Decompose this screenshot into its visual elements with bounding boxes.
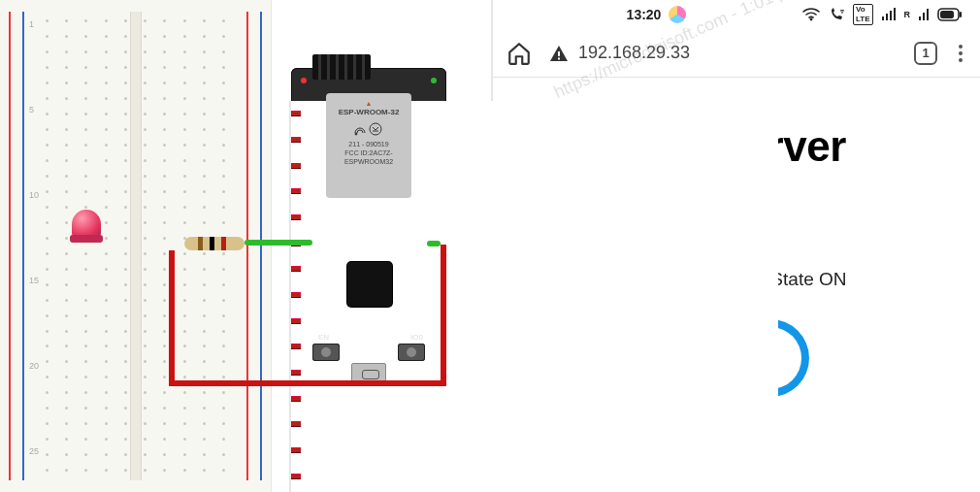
io0-button	[398, 344, 425, 361]
svg-rect-25	[940, 11, 954, 18]
svg-rect-28	[558, 57, 560, 59]
battery-icon	[937, 8, 963, 21]
status-bar: 13:20 VoLTE R	[493, 0, 980, 29]
volte-icon: VoLTE	[853, 4, 873, 24]
svg-rect-20	[894, 8, 896, 20]
board-model: ESP-WROOM-32	[332, 108, 406, 117]
en-button	[312, 344, 340, 361]
home-icon[interactable]	[506, 41, 532, 66]
ground-wire-vert	[441, 245, 446, 384]
esp32-board: ▲ ESP-WROOM-32 211 - 090519 FCC ID:2AC7Z…	[291, 68, 446, 378]
wifi-icon	[802, 8, 820, 21]
svg-rect-27	[558, 51, 560, 56]
overflow-menu-icon[interactable]	[955, 41, 966, 66]
circuit-diagram: 1 5 10 15 20 25 ▲ ESP-WROOM-32 211 - 090…	[0, 0, 491, 492]
io0-button-label: IO0	[410, 333, 423, 342]
browser-address-bar: 192.168.29.33 1	[493, 29, 980, 78]
svg-point-16	[810, 18, 813, 21]
cloud-sync-icon	[669, 6, 686, 23]
svg-rect-18	[886, 14, 888, 20]
svg-point-0	[355, 133, 357, 135]
resistor	[184, 237, 245, 250]
board-fcc: FCC ID:2AC7Z-ESPWROOM32	[344, 149, 393, 165]
signal-icon	[881, 8, 897, 21]
svg-point-1	[370, 123, 381, 135]
svg-rect-26	[960, 12, 962, 17]
url-field[interactable]: 192.168.29.33	[549, 43, 897, 63]
insecure-warning-icon	[549, 44, 569, 63]
tab-switcher[interactable]: 1	[914, 42, 937, 65]
vowifi-icon	[828, 8, 845, 21]
ground-wire-up	[169, 250, 175, 386]
ground-wire-horiz	[169, 380, 446, 386]
svg-rect-23	[927, 9, 929, 20]
tab-count-value: 1	[922, 46, 929, 60]
network-r-icon: R	[904, 10, 911, 19]
signal-wire-pin	[427, 241, 441, 246]
svg-rect-17	[882, 16, 884, 20]
url-text: 192.168.29.33	[578, 43, 690, 63]
svg-rect-19	[890, 11, 892, 20]
red-led	[72, 210, 107, 254]
esp32-shield: ▲ ESP-WROOM-32 211 - 090519 FCC ID:2AC7Z…	[326, 93, 411, 198]
signal-wire	[245, 240, 312, 246]
svg-rect-21	[919, 16, 921, 20]
svg-rect-22	[923, 13, 925, 20]
status-time: 13:20	[627, 7, 662, 22]
signal2-icon	[918, 8, 930, 21]
en-button-label: EN	[318, 333, 329, 342]
